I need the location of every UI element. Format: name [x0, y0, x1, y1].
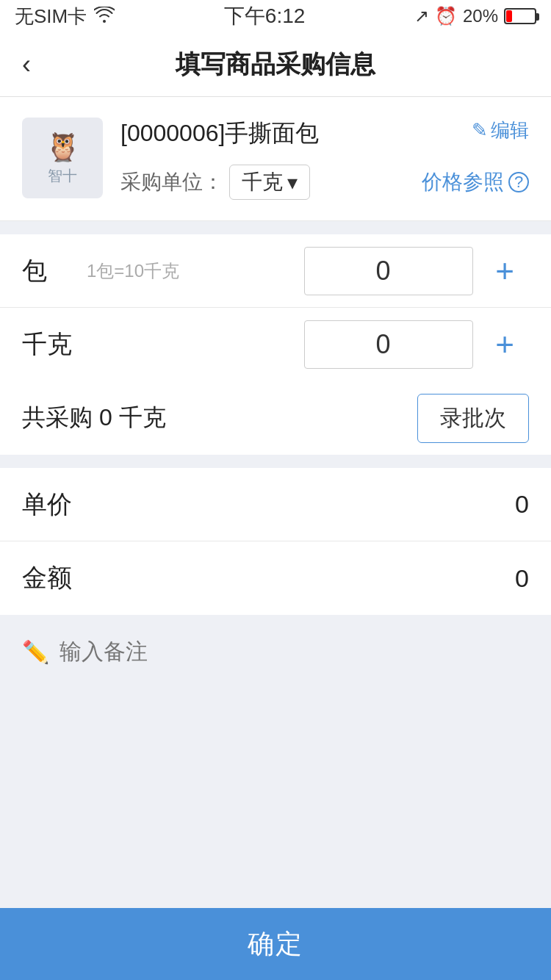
- input-section: 包 1包=10千克 + 千克 +: [0, 234, 551, 381]
- wifi-icon: [94, 5, 115, 28]
- product-image: 🦉 智十: [22, 118, 103, 198]
- remark-section: ✏️: [0, 615, 551, 688]
- alarm-icon: ⏰: [435, 6, 457, 26]
- product-header: [0000006]手撕面包 ✎ 编辑: [120, 118, 529, 150]
- location-icon: ↗: [414, 6, 429, 26]
- amount-value: 0: [515, 564, 529, 593]
- battery-icon: [504, 8, 536, 24]
- bag-input-right: +: [304, 247, 529, 295]
- bag-plus-button[interactable]: +: [480, 247, 529, 295]
- unit-price-row: 单价 0: [0, 468, 551, 541]
- product-name: [0000006]手撕面包: [120, 118, 319, 150]
- edit-icon: ✎: [472, 119, 488, 142]
- status-left: 无SIM卡: [15, 4, 115, 29]
- status-bar: 无SIM卡 下午6:12 ↗ ⏰ 20%: [0, 0, 551, 32]
- back-button[interactable]: ‹: [22, 49, 31, 80]
- confirm-button[interactable]: 确定: [0, 908, 551, 980]
- help-icon: ?: [508, 172, 529, 192]
- content-area: [0, 688, 551, 916]
- bag-input-row: 包 1包=10千克 +: [0, 234, 551, 308]
- unit-price-value: 0: [515, 490, 529, 519]
- amount-row: 金额 0: [0, 541, 551, 615]
- nav-bar: ‹ 填写商品采购信息: [0, 32, 551, 97]
- price-ref-button[interactable]: 价格参照 ?: [422, 168, 529, 196]
- unit-row: 采购单位： 千克 ▾ 价格参照 ?: [120, 165, 529, 200]
- product-card: 🦉 智十 [0000006]手撕面包 ✎ 编辑 采购单位： 千克 ▾ 价格参照: [0, 97, 551, 221]
- carrier-text: 无SIM卡: [15, 4, 87, 29]
- summary-row: 共采购 0 千克 录批次: [0, 381, 551, 455]
- pencil-icon: ✏️: [22, 639, 49, 665]
- bag-quantity-input[interactable]: [304, 247, 473, 295]
- amount-label: 金额: [22, 561, 72, 595]
- remark-input[interactable]: [60, 639, 529, 664]
- page-title: 填写商品采购信息: [176, 48, 375, 82]
- section-divider-1: [0, 221, 551, 234]
- unit-select[interactable]: 千克 ▾: [229, 165, 310, 200]
- kg-input-row: 千克 +: [0, 308, 551, 381]
- kg-quantity-input[interactable]: [304, 320, 473, 369]
- edit-button[interactable]: ✎ 编辑: [472, 118, 529, 143]
- bag-sublabel: 1包=10千克: [87, 259, 179, 283]
- unit-price-label: 单价: [22, 488, 72, 522]
- kg-label: 千克: [22, 328, 81, 361]
- bag-label: 包: [22, 254, 81, 288]
- status-right: ↗ ⏰ 20%: [414, 6, 536, 26]
- product-info: [0000006]手撕面包 ✎ 编辑 采购单位： 千克 ▾ 价格参照 ?: [120, 118, 529, 200]
- battery-percent: 20%: [463, 6, 498, 26]
- owl-icon: 🦉: [46, 131, 80, 163]
- chevron-down-icon: ▾: [287, 170, 298, 195]
- time-text: 下午6:12: [224, 2, 306, 30]
- summary-text: 共采购 0 千克: [22, 402, 166, 434]
- kg-plus-button[interactable]: +: [480, 320, 529, 369]
- owl-label: 智十: [48, 166, 77, 186]
- unit-label-text: 采购单位：: [120, 168, 223, 196]
- price-info-section: 单价 0 金额 0: [0, 468, 551, 615]
- section-divider-2: [0, 455, 551, 468]
- kg-input-right: +: [304, 320, 529, 369]
- record-batch-button[interactable]: 录批次: [417, 394, 529, 443]
